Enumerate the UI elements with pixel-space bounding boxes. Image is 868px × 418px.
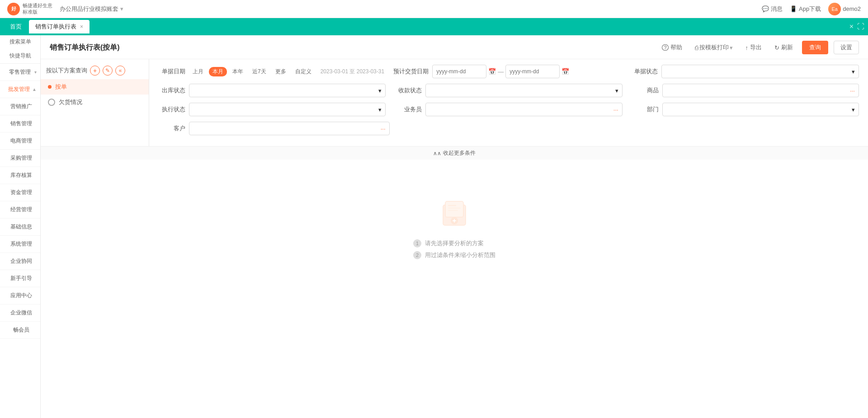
header-right: 💬 消息 📱 App下载 Ea demo2: [762, 3, 861, 15]
calendar-start-icon[interactable]: 📅: [488, 68, 496, 75]
app-download-action[interactable]: 📱 App下载: [790, 5, 821, 13]
tab-home-label: 首页: [10, 23, 22, 31]
sidebar-item-new-user[interactable]: 新手引导: [0, 270, 40, 287]
salesman-more-icon[interactable]: ···: [613, 106, 618, 113]
sidebar-item-wholesale[interactable]: 批发管理 ▲: [0, 81, 40, 98]
query-button[interactable]: 查询: [802, 41, 828, 54]
sidebar-search[interactable]: 搜索菜单: [0, 35, 40, 48]
expand-window-icon[interactable]: ⛶: [857, 23, 864, 31]
customer-select[interactable]: ···: [189, 122, 390, 135]
export-button[interactable]: ↑ 导出: [742, 42, 766, 53]
svg-rect-6: [448, 208, 461, 209]
customer-more-icon[interactable]: ···: [381, 125, 386, 132]
print-template-button[interactable]: ⎙ 按模板打印 ▾: [691, 42, 736, 53]
department-select[interactable]: ▾: [662, 103, 859, 116]
payment-status-select[interactable]: ▾: [425, 84, 622, 97]
empty-state: 1 请先选择要分析的方案 2 用过滤条件来缩小分析范围: [41, 160, 868, 295]
sidebar-item-system[interactable]: 系统管理: [0, 236, 40, 253]
empty-state-icon: [436, 196, 472, 232]
wholesale-expand-icon: ▲: [32, 87, 37, 92]
goods-select[interactable]: ···: [662, 84, 859, 97]
user-action[interactable]: Ea demo2: [828, 3, 861, 15]
message-action[interactable]: 💬 消息: [762, 5, 783, 13]
tab-home[interactable]: 首页: [4, 20, 28, 33]
collapse-panel-button[interactable]: «: [115, 66, 125, 76]
header-left: 好 畅捷通好生意 标准版 办公用品行业模拟账套 ▾: [7, 3, 123, 15]
refresh-button[interactable]: ↻ 刷新: [771, 42, 797, 53]
sidebar-item-marketing[interactable]: 营销推广: [0, 98, 40, 115]
sidebar-item-app-center[interactable]: 应用中心: [0, 287, 40, 304]
sidebar-item-member[interactable]: 畅会员: [0, 322, 40, 339]
logo-area[interactable]: 好 畅捷通好生意 标准版: [7, 3, 52, 15]
delivery-status-select[interactable]: ▾: [189, 84, 386, 97]
logo-icon: 好: [7, 3, 20, 15]
expected-delivery-start[interactable]: [432, 65, 486, 78]
filter-field-department: 部门 ▾: [632, 103, 859, 116]
date-tab-custom[interactable]: 自定义: [292, 67, 315, 76]
settings-button[interactable]: 设置: [834, 41, 859, 54]
date-tab-more[interactable]: 更多: [272, 67, 290, 76]
filter-nav-by-order[interactable]: 按单: [41, 79, 149, 95]
status-select[interactable]: ▾: [661, 65, 859, 78]
filter-field-execution-status: 执行状态 ▾: [158, 103, 386, 116]
app-title-chevron[interactable]: ▾: [120, 5, 123, 12]
add-scheme-button[interactable]: +: [90, 66, 100, 76]
sidebar-item-sales[interactable]: 销售管理: [0, 115, 40, 133]
department-label: 部门: [632, 105, 659, 114]
tip-number-2: 2: [413, 251, 421, 259]
message-icon: 💬: [762, 5, 769, 12]
sidebar-item-retail[interactable]: 零售管理: [0, 64, 40, 81]
date-range-text: 2023-03-01 至 2023-03-31: [321, 68, 384, 76]
sidebar-quick-nav[interactable]: 快捷导航: [0, 48, 40, 64]
date-tab-7days[interactable]: 近7天: [249, 67, 270, 76]
sidebar-item-operations[interactable]: 经营管理: [0, 201, 40, 218]
goods-label: 商品: [632, 86, 659, 95]
avatar: Ea: [828, 3, 841, 15]
date-tab-last-month[interactable]: 上月: [189, 67, 207, 76]
sidebar-item-enterprise-wechat[interactable]: 企业微信: [0, 304, 40, 322]
sidebar-item-finance[interactable]: 资金管理: [0, 184, 40, 201]
refresh-icon: ↻: [774, 44, 779, 51]
tab-close-icon[interactable]: ×: [80, 24, 83, 30]
close-window-icon[interactable]: ×: [849, 23, 854, 31]
date-tab-this-year[interactable]: 本年: [229, 67, 247, 76]
filter-section: 按以下方案查询 + ✎ « 按单 欠货情况: [41, 59, 868, 146]
refresh-label: 刷新: [781, 43, 793, 52]
sidebar-item-collaboration[interactable]: 企业协同: [0, 253, 40, 270]
filter-field-expected-delivery: 预计交货日期 📅 — 📅: [393, 65, 622, 78]
edit-scheme-button[interactable]: ✎: [103, 66, 113, 76]
empty-tip-1: 1 请先选择要分析的方案: [413, 239, 495, 247]
help-button[interactable]: ? 帮助: [658, 42, 685, 53]
app-title: 办公用品行业模拟账套: [60, 5, 118, 13]
sidebar-item-purchase[interactable]: 采购管理: [0, 150, 40, 167]
filter-field-delivery-status: 出库状态 ▾: [158, 84, 386, 97]
salesman-select[interactable]: ···: [425, 103, 622, 116]
goods-more-icon[interactable]: ···: [850, 87, 855, 94]
filter-field-goods: 商品 ···: [632, 84, 859, 97]
payment-status-label: 收款状态: [395, 86, 422, 95]
collapse-up-icon: ∧∧: [433, 150, 441, 157]
sidebar-item-inventory[interactable]: 库存核算: [0, 167, 40, 184]
empty-tip-1-text: 请先选择要分析的方案: [425, 239, 484, 247]
filter-right-panel: 单据日期 上月 本月 本年 近7天 更多 自定义 2023-03-01 至 20…: [149, 59, 868, 146]
tip-number-1: 1: [413, 239, 421, 247]
svg-rect-7: [448, 210, 458, 211]
logo-text: 畅捷通好生意 标准版: [23, 3, 52, 14]
delivery-status-label: 出库状态: [158, 86, 185, 95]
calendar-end-icon[interactable]: 📅: [561, 68, 569, 75]
date-tab-this-month[interactable]: 本月: [209, 67, 227, 76]
expected-delivery-end[interactable]: [505, 65, 560, 78]
collapse-label: 收起更多条件: [443, 149, 476, 157]
nav-tabs-right: × ⛶: [849, 23, 864, 31]
help-label: 帮助: [670, 43, 682, 52]
execution-status-select[interactable]: ▾: [189, 103, 386, 116]
print-dropdown-icon[interactable]: ▾: [730, 44, 733, 51]
collapse-bar[interactable]: ∧∧ 收起更多条件: [41, 146, 868, 160]
sidebar-item-ecommerce[interactable]: 电商管理: [0, 133, 40, 150]
filter-nav-backorder[interactable]: 欠货情况: [41, 95, 149, 110]
sidebar-item-basic-info[interactable]: 基础信息: [0, 218, 40, 236]
date-tabs: 上月 本月 本年 近7天 更多 自定义: [189, 67, 315, 76]
filter-field-salesman: 业务员 ···: [395, 103, 622, 116]
date-label: 单据日期: [158, 67, 185, 76]
tab-sales-order[interactable]: 销售订单执行表 ×: [29, 20, 90, 33]
